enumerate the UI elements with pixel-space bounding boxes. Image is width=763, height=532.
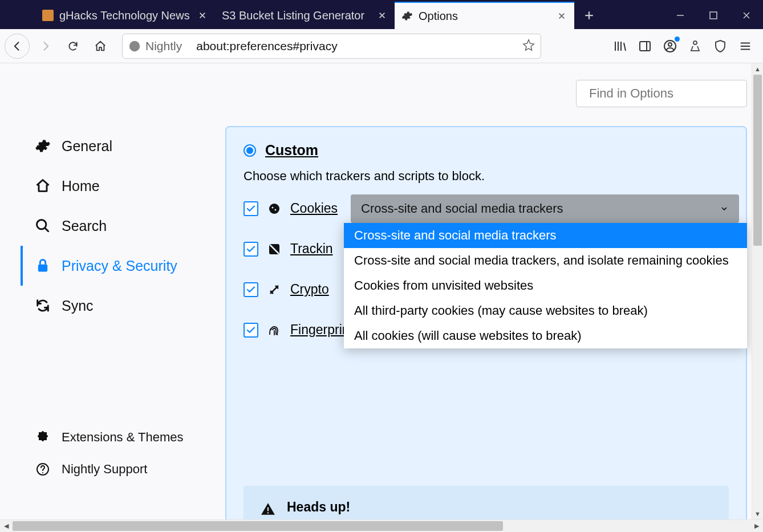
- sidebar-item-sync[interactable]: Sync: [34, 286, 225, 326]
- tab-ghacks[interactable]: gHacks Technology News: [35, 2, 215, 29]
- tab-s3[interactable]: S3 Bucket Listing Generator: [215, 2, 395, 29]
- sidebar-icon[interactable]: [636, 38, 654, 55]
- navigation-toolbar: Nightly: [0, 29, 763, 63]
- close-icon[interactable]: [376, 10, 388, 21]
- sync-icon: [34, 297, 51, 314]
- svg-point-5: [693, 41, 697, 44]
- checkbox-checked-icon[interactable]: [243, 242, 258, 257]
- cookies-dropdown: Cross-site and social media trackers Cro…: [351, 194, 739, 223]
- scroll-thumb[interactable]: [753, 75, 762, 246]
- option-label: Trackin: [290, 241, 333, 257]
- back-button[interactable]: [5, 34, 30, 59]
- close-icon[interactable]: [197, 10, 208, 21]
- tab-options[interactable]: Options: [395, 2, 574, 29]
- custom-label: Custom: [265, 142, 318, 159]
- fingerprint-icon: [267, 323, 281, 337]
- dropdown-menu: Cross-site and social media trackers Cro…: [344, 223, 747, 348]
- scroll-down-arrow[interactable]: ▼: [752, 508, 763, 519]
- svg-point-10: [269, 204, 279, 214]
- sidebar-item-search[interactable]: Search: [34, 206, 225, 246]
- new-tab-button[interactable]: [579, 5, 599, 26]
- scroll-thumb[interactable]: [13, 521, 503, 531]
- sidebar-item-label: Privacy & Security: [62, 258, 177, 274]
- svg-rect-2: [640, 42, 650, 51]
- sidebar-item-label: Nightly Support: [62, 462, 147, 477]
- dropdown-selected: Cross-site and social media trackers: [361, 201, 563, 216]
- close-icon[interactable]: [556, 10, 567, 22]
- radio-selected-icon[interactable]: [243, 144, 256, 157]
- sidebar-bottom: Extensions & Themes Nightly Support: [34, 421, 184, 485]
- dropdown-item[interactable]: Cookies from unvisited websites: [344, 273, 747, 298]
- minimize-button[interactable]: [664, 2, 697, 29]
- menu-button[interactable]: [737, 38, 754, 55]
- firefox-icon: [128, 40, 141, 52]
- sidebar-item-label: Extensions & Themes: [62, 430, 184, 445]
- help-icon: [34, 461, 51, 478]
- forward-button[interactable]: [34, 35, 57, 58]
- sidebar-item-privacy[interactable]: Privacy & Security: [21, 246, 225, 286]
- toolbar-actions: [611, 38, 758, 55]
- sidebar-item-support[interactable]: Nightly Support: [34, 453, 184, 485]
- sidebar-item-label: Search: [62, 218, 107, 234]
- checkbox-checked-icon[interactable]: [243, 282, 258, 297]
- lock-icon: [34, 257, 51, 274]
- gear-icon: [34, 137, 51, 155]
- sidebar-item-label: Sync: [62, 298, 94, 314]
- dropdown-item[interactable]: Cross-site and social media trackers: [344, 223, 747, 248]
- categories-sidebar: General Home Search Privacy & Security S…: [0, 63, 225, 519]
- url-bar[interactable]: Nightly: [122, 34, 541, 59]
- svg-point-7: [37, 220, 46, 229]
- dropdown-item[interactable]: Cross-site and social media trackers, an…: [344, 248, 747, 273]
- svg-point-1: [129, 40, 140, 51]
- scroll-up-arrow[interactable]: ▲: [752, 63, 763, 75]
- vertical-scrollbar[interactable]: ▲ ▼: [752, 63, 763, 519]
- scroll-left-arrow[interactable]: ◀: [0, 520, 13, 532]
- svg-point-12: [275, 209, 277, 210]
- checkbox-checked-icon[interactable]: [243, 323, 258, 338]
- maximize-button[interactable]: [697, 2, 730, 29]
- identity-box[interactable]: Nightly: [128, 39, 189, 53]
- url-input[interactable]: [189, 39, 522, 53]
- svg-point-11: [272, 206, 274, 208]
- library-icon[interactable]: [611, 38, 628, 55]
- custom-radio-row[interactable]: Custom: [243, 142, 729, 159]
- identity-label: Nightly: [145, 39, 182, 53]
- horizontal-scrollbar[interactable]: ◀ ▶: [0, 519, 763, 532]
- checkbox-checked-icon[interactable]: [243, 201, 258, 216]
- svg-point-4: [668, 43, 672, 46]
- window-controls: [664, 2, 763, 29]
- svg-rect-15: [267, 512, 269, 513]
- home-button[interactable]: [89, 35, 112, 58]
- favicon-ghacks: [42, 10, 54, 21]
- sidebar-item-extensions[interactable]: Extensions & Themes: [34, 421, 184, 453]
- sidebar-item-general[interactable]: General: [34, 126, 225, 166]
- dropdown-item[interactable]: All cookies (will cause websites to brea…: [344, 323, 747, 348]
- close-window-button[interactable]: [730, 2, 763, 29]
- sidebar-item-label: Home: [62, 178, 100, 194]
- home-icon: [34, 177, 51, 194]
- option-label: Cookies: [290, 201, 338, 216]
- crypto-icon: [267, 283, 281, 297]
- reload-button[interactable]: [62, 35, 84, 58]
- cookie-icon: [267, 202, 281, 216]
- titlebar: gHacks Technology News S3 Bucket Listing…: [0, 0, 763, 29]
- dropdown-toggle[interactable]: Cross-site and social media trackers: [351, 194, 739, 223]
- bookmark-star-icon[interactable]: [522, 39, 535, 54]
- svg-rect-0: [710, 12, 717, 19]
- chevron-down-icon: [720, 204, 729, 213]
- custom-subtitle: Choose which trackers and scripts to blo…: [243, 169, 729, 184]
- shield-icon[interactable]: [712, 38, 729, 55]
- tracking-icon: [267, 242, 281, 256]
- extension-icon[interactable]: [687, 38, 704, 55]
- tab-label: gHacks Technology News: [59, 9, 190, 22]
- svg-rect-14: [267, 507, 269, 511]
- puzzle-icon: [34, 429, 51, 446]
- warning-icon: [261, 502, 275, 517]
- account-icon[interactable]: [661, 38, 679, 55]
- search-icon: [34, 217, 51, 234]
- dropdown-item[interactable]: All third-party cookies (may cause websi…: [344, 298, 747, 323]
- tab-strip: gHacks Technology News S3 Bucket Listing…: [35, 2, 574, 29]
- scroll-right-arrow[interactable]: ▶: [750, 520, 763, 532]
- sidebar-item-home[interactable]: Home: [34, 166, 225, 206]
- svg-rect-8: [38, 265, 47, 272]
